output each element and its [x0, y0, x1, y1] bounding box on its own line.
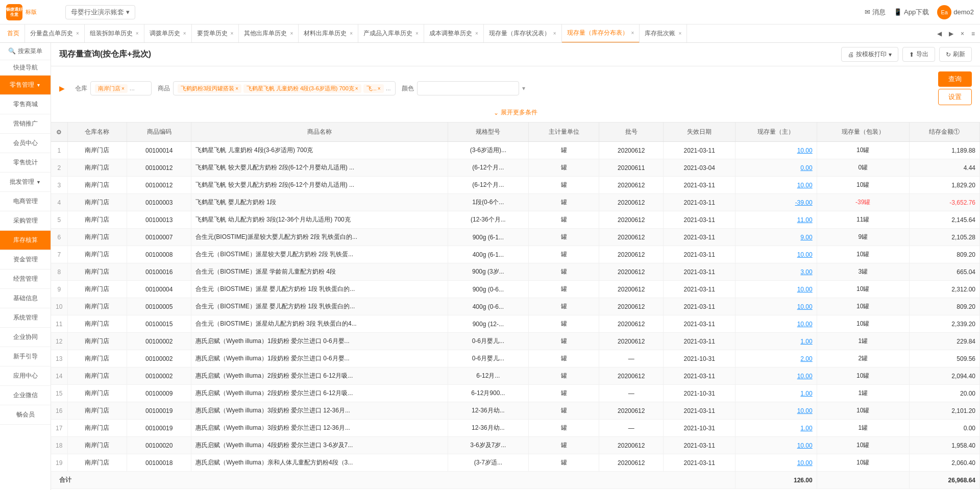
sidebar-item-enterprise[interactable]: 企业协同 — [0, 328, 51, 347]
product-tag-container[interactable]: 飞鹤奶粉3段丙罐搭装 × 飞鹤星飞帆 儿童奶粉 4段(3-6岁适用) 700克 … — [173, 81, 396, 95]
nav-tab-6-close[interactable]: × — [350, 31, 353, 36]
nav-tab-10-close[interactable]: × — [631, 30, 634, 36]
nav-tab-11-close[interactable]: × — [678, 31, 681, 36]
cell-batch: 20200612 — [599, 142, 664, 159]
user-area[interactable]: Ea demo2 — [937, 5, 974, 19]
nav-tab-2-close[interactable]: × — [136, 31, 139, 36]
product-tag-1[interactable]: 飞鹤奶粉3段丙罐搭装 × — [178, 84, 241, 93]
warehouse-filter-more[interactable]: ... — [130, 85, 135, 92]
cell-spec: 6-12月... — [448, 368, 528, 385]
sidebar-item-purchase[interactable]: 采购管理 — [0, 211, 51, 231]
sidebar-item-wechat[interactable]: 企业微信 — [0, 386, 51, 405]
nav-tab-prev[interactable]: ◀ — [934, 29, 945, 38]
cell-index: 11 — [51, 315, 67, 333]
table-body: 1 南岸门店 00100014 飞鹤星飞帆 儿童奶粉 4段(3-6岁适用) 70… — [51, 142, 980, 472]
cell-qty-main: 10.00 — [736, 437, 817, 454]
query-btn[interactable]: 查询 — [938, 71, 972, 87]
sidebar-item-vip[interactable]: 畅会员 — [0, 405, 51, 425]
table-row: 4 南岸门店 00100003 飞鹤星飞帆 婴儿配方奶粉 1段 1段(0-6个.… — [51, 194, 980, 211]
color-dropdown-icon[interactable]: ▾ — [522, 85, 525, 92]
nav-tab-menu[interactable]: ≡ — [968, 29, 978, 38]
nav-tab-6[interactable]: 材料出库单历史 × — [299, 24, 358, 43]
sidebar-item-business[interactable]: 经营管理 — [0, 270, 51, 289]
cell-unit: 罐 — [529, 211, 599, 229]
cell-qty-pkg: 10罐 — [817, 246, 909, 263]
nav-tab-7-close[interactable]: × — [415, 31, 419, 36]
nav-tab-4-close[interactable]: × — [231, 31, 234, 36]
cell-qty-main: 10.00 — [736, 454, 817, 472]
cell-index: 13 — [51, 350, 67, 368]
nav-tab-1-close[interactable]: × — [76, 31, 79, 36]
nav-tab-5-close[interactable]: × — [290, 31, 293, 36]
sidebar-item-ecommerce[interactable]: 电商管理 — [0, 192, 51, 211]
setting-btn[interactable]: 设置 — [938, 89, 972, 105]
cell-warehouse: 南岸门店 — [67, 402, 127, 420]
sidebar-item-app-center[interactable]: 应用中心 — [0, 366, 51, 386]
nav-tab-8-close[interactable]: × — [475, 31, 478, 36]
sidebar-item-purchase-label: 采购管理 — [13, 217, 38, 224]
nav-tab-2[interactable]: 组装拆卸单历史 × — [85, 24, 144, 43]
nav-tab-7[interactable]: 产成品入库单历史 × — [358, 24, 424, 43]
nav-tab-1[interactable]: 分量盘点单历史 × — [25, 24, 85, 43]
app-download-btn[interactable]: 📱 App下载 — [894, 8, 929, 17]
sidebar-item-inventory[interactable]: 库存核算 — [0, 231, 51, 250]
color-tag-container[interactable] — [417, 81, 519, 95]
sidebar-item-wholesale[interactable]: 批发管理 ▼ — [0, 173, 51, 192]
nav-tab-10[interactable]: 现存量（库存分布表） × — [562, 24, 640, 43]
sidebar-search[interactable]: 🔍 搜索菜单 — [0, 43, 51, 60]
cell-spec: 1段(0-6个... — [448, 194, 528, 211]
nav-tab-controls: ◀ ▶ × ≡ — [934, 29, 978, 38]
table-row: 13 南岸门店 00100002 惠氏启赋（Wyeth illuma）1段奶粉 … — [51, 350, 980, 368]
cell-warehouse: 南岸门店 — [67, 229, 127, 246]
cell-batch: 20200612 — [599, 454, 664, 472]
product-filter-more[interactable]: ... — [386, 85, 391, 92]
nav-tab-close-all[interactable]: × — [958, 29, 967, 38]
nav-tab-home[interactable]: 首页 — [2, 24, 25, 43]
message-btn[interactable]: ✉ 消息 — [865, 8, 886, 17]
industry-selector[interactable]: 母婴行业演示账套 ▾ — [65, 5, 135, 19]
refresh-btn[interactable]: ↻ 刷新 — [939, 47, 972, 62]
nav-tab-9-close[interactable]: × — [553, 31, 556, 36]
sidebar-item-finance-label: 资金管理 — [13, 256, 38, 263]
sidebar-item-finance[interactable]: 资金管理 — [0, 250, 51, 270]
table-row: 1 南岸门店 00100014 飞鹤星飞帆 儿童奶粉 4段(3-6岁适用) 70… — [51, 142, 980, 159]
nav-tab-5[interactable]: 其他出库单历史 × — [239, 24, 299, 43]
cell-qty-main: 10.00 — [736, 177, 817, 194]
cell-amount: 0.00 — [909, 420, 979, 437]
nav-tab-3-close[interactable]: × — [183, 31, 186, 36]
sidebar-item-retail[interactable]: 零售管理 ▼ — [0, 76, 51, 95]
sidebar-item-marketing[interactable]: 营销推广 — [0, 114, 51, 134]
expand-filter-icon[interactable]: ▶ — [59, 84, 65, 92]
product-tag-2-close[interactable]: × — [355, 86, 358, 91]
nav-tab-11[interactable]: 库存批次账 × — [640, 24, 687, 43]
table-row: 3 南岸门店 00100012 飞鹤星飞帆 较大婴儿配方奶粉 2段(6-12个月… — [51, 177, 980, 194]
cell-name: 合生元（BIOSTIME）派星 学龄前儿童配方奶粉 4段 — [191, 263, 448, 281]
nav-tab-4[interactable]: 要货单历史 × — [192, 24, 239, 43]
sidebar-item-retail-mall[interactable]: 零售商城 — [0, 95, 51, 114]
nav-tab-8[interactable]: 成本调整单历史 × — [424, 24, 484, 43]
sidebar-item-guide[interactable]: 新手引导 — [0, 347, 51, 366]
sidebar: 🔍 搜索菜单 快捷导航 零售管理 ▼ 零售商城 营销推广 会员中心 零售统计 批… — [0, 43, 51, 490]
sidebar-item-retail-stats[interactable]: 零售统计 — [0, 153, 51, 173]
product-tag-1-close[interactable]: × — [235, 86, 238, 91]
sidebar-item-system[interactable]: 系统管理 — [0, 308, 51, 328]
export-btn[interactable]: ⬆ 导出 — [902, 47, 935, 62]
warehouse-tag[interactable]: 南岸门店 × — [95, 84, 128, 93]
product-tag-2[interactable]: 飞鹤星飞帆 儿童奶粉 4段(3-6岁适用) 700克 × — [243, 84, 361, 93]
nav-tab-3[interactable]: 调拨单历史 × — [144, 24, 192, 43]
col-settings[interactable]: ⚙ — [51, 122, 67, 142]
product-tag-3[interactable]: 飞... × — [363, 84, 384, 93]
expand-more-btn[interactable]: ⌄ 展开更多条件 — [59, 108, 972, 117]
cell-code: 00100013 — [127, 211, 191, 229]
nav-tab-9[interactable]: 现存量（库存状况表） × — [484, 24, 562, 43]
sidebar-quick-nav[interactable]: 快捷导航 — [0, 60, 51, 76]
template-print-btn[interactable]: 🖨 按模板打印 ▾ — [841, 47, 898, 62]
sidebar-item-members[interactable]: 会员中心 — [0, 134, 51, 153]
chevron-down-icon-2: ▼ — [36, 180, 41, 185]
warehouse-tag-close[interactable]: × — [121, 86, 125, 91]
sidebar-item-basic-info[interactable]: 基础信息 — [0, 289, 51, 308]
cell-spec: 900g (3岁... — [448, 263, 528, 281]
nav-tab-next[interactable]: ▶ — [946, 29, 957, 38]
warehouse-tag-container[interactable]: 南岸门店 × ... — [90, 81, 152, 95]
product-tag-3-close[interactable]: × — [378, 86, 381, 91]
